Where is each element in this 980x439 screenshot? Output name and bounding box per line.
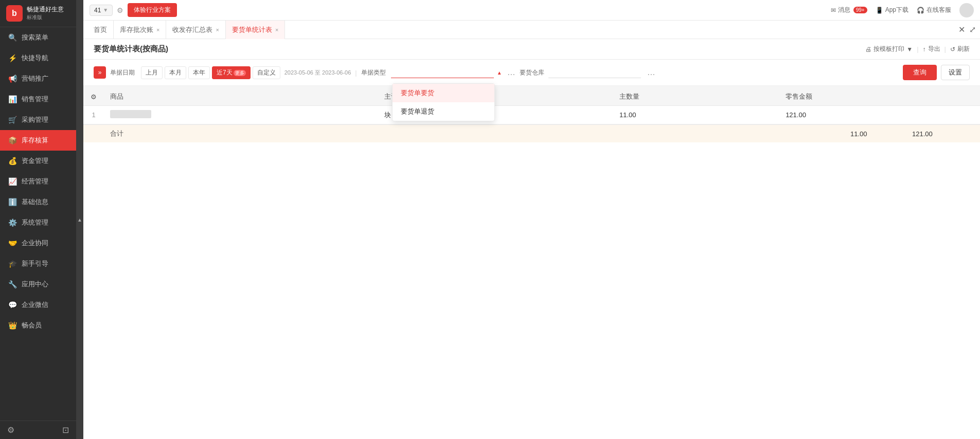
nav-label: 搜索菜单 <box>22 33 48 42</box>
query-button[interactable]: 查询 <box>903 65 937 80</box>
nav-label: 快捷导航 <box>22 53 48 63</box>
col-quantity: 主数量 <box>613 88 779 106</box>
col-settings[interactable]: ⚙ <box>83 88 104 106</box>
nav-icon: 📈 <box>7 176 17 187</box>
logo-area: b 畅捷通好生意 标准版 <box>0 0 76 27</box>
tab-库存批次账[interactable]: 库存批次账× <box>114 21 166 39</box>
print-button[interactable]: 🖨 按模板打印 ▼ <box>865 45 913 53</box>
tabs-bar: 首页库存批次账×收发存汇总表×要货单统计表× ✕ ⤢ <box>83 21 980 39</box>
headset-icon: 🎧 <box>917 7 924 14</box>
filter-expand-button[interactable]: » <box>94 66 106 79</box>
refresh-button[interactable]: ↺ 刷新 <box>950 45 970 53</box>
sidebar-item-应用中心[interactable]: 🔧应用中心 <box>0 274 76 295</box>
data-table: ⚙ 商品 主计量单位 主数量 零售金额 1 块 11.00 121.00 <box>83 88 980 124</box>
filter-actions: 查询 设置 <box>903 65 970 80</box>
message-icon: ✉ <box>831 7 836 14</box>
sidebar-footer: ⚙ ⊡ <box>0 420 76 439</box>
print-chevron-icon: ▼ <box>906 46 913 53</box>
tab-close-icon[interactable]: × <box>216 27 219 33</box>
tab-close-icon[interactable]: × <box>275 27 278 33</box>
cell-num: 1 <box>83 106 104 124</box>
close-tab-button[interactable]: ✕ <box>958 25 965 34</box>
sidebar-item-快捷导航[interactable]: ⚡快捷导航 <box>0 48 76 68</box>
date-range-display: 2023-05-06 至 2023-06-06 <box>284 69 351 77</box>
sidebar-item-营销推广[interactable]: 📢营销推广 <box>0 68 76 89</box>
warehouse-filter-input[interactable] <box>548 67 641 78</box>
tab-close-icon[interactable]: × <box>156 27 159 33</box>
date-this-year-button[interactable]: 本年 <box>188 66 210 79</box>
tab-label: 库存批次账 <box>120 25 153 34</box>
filter-bar: » 单据日期 上月 本月 本年 近7天更多 自定义 2023-05-06 至 2… <box>83 60 980 86</box>
col-amount: 零售金额 <box>779 88 980 106</box>
sidebar-item-资金管理[interactable]: 💰资金管理 <box>0 151 76 171</box>
tab-首页[interactable]: 首页 <box>87 21 114 39</box>
date-7days-button[interactable]: 近7天更多 <box>212 66 251 79</box>
tab-收发存汇总表[interactable]: 收发存汇总表× <box>166 21 225 39</box>
date-custom-button[interactable]: 自定义 <box>253 66 280 79</box>
cell-quantity: 11.00 <box>613 106 779 124</box>
tab-label: 收发存汇总表 <box>172 25 212 34</box>
page-header: 要货单统计表(按商品) 🖨 按模板打印 ▼ | ↑ 导出 | ↺ 刷新 <box>83 39 980 60</box>
date-filter-group: 上月 本月 本年 近7天更多 自定义 <box>141 66 280 79</box>
footer-total-label: 合计 <box>110 129 162 138</box>
warehouse-filter-more-icon[interactable]: … <box>647 68 655 77</box>
topbar-messages[interactable]: ✉ 消息 99+ <box>831 6 867 14</box>
tab-要货单统计表[interactable]: 要货单统计表× <box>226 21 285 39</box>
type-filter-input[interactable] <box>391 67 494 78</box>
date-prev-month-button[interactable]: 上月 <box>141 66 163 79</box>
nav-label: 系统管理 <box>22 218 48 227</box>
nav-icon: ⚙️ <box>7 217 17 228</box>
footer-amount: 121.00 <box>912 130 974 138</box>
settings-icon[interactable]: ⚙ <box>7 425 14 435</box>
expand-tabs-button[interactable]: ⤢ <box>969 25 976 34</box>
sidebar-item-企业微信[interactable]: 💬企业微信 <box>0 295 76 315</box>
main-content: 要货单统计表(按商品) 🖨 按模板打印 ▼ | ↑ 导出 | ↺ 刷新 <box>83 39 980 439</box>
nav-label: 经营管理 <box>22 177 48 186</box>
store-chevron-icon: ▼ <box>103 7 108 13</box>
topbar: 41 ▼ ⚙ 体验行业方案 ✉ 消息 99+ 📱 App下载 🎧 在线客服 <box>83 0 980 21</box>
nav-label: 资金管理 <box>22 156 48 166</box>
app-logo-text: 畅捷通好生意 标准版 <box>27 6 64 21</box>
sidebar-scroll[interactable]: ▲ <box>76 0 83 439</box>
sidebar-item-基础信息[interactable]: ℹ️基础信息 <box>0 192 76 212</box>
sidebar-item-采购管理[interactable]: 🛒采购管理 <box>0 109 76 130</box>
sidebar-item-销售管理[interactable]: 📊销售管理 <box>0 89 76 109</box>
sidebar-item-库存核算[interactable]: 📦库存核算 <box>0 130 76 151</box>
sidebar-nav: 🔍搜索菜单⚡快捷导航📢营销推广📊销售管理🛒采购管理📦库存核算💰资金管理📈经营管理… <box>0 27 76 420</box>
trial-button[interactable]: 体验行业方案 <box>128 3 177 17</box>
type-filter-dropdown: 要货单要货要货单退货 <box>392 83 495 121</box>
sidebar-item-经营管理[interactable]: 📈经营管理 <box>0 171 76 192</box>
nav-icon: 🔍 <box>7 32 17 43</box>
type-filter-label: 单据类型 <box>361 68 386 77</box>
nav-icon: ℹ️ <box>7 197 17 207</box>
nav-label: 畅会员 <box>22 321 42 330</box>
page-actions: 🖨 按模板打印 ▼ | ↑ 导出 | ↺ 刷新 <box>865 45 970 53</box>
sidebar-item-企业协同[interactable]: 🤝企业协同 <box>0 233 76 253</box>
footer-quantity: 11.00 <box>850 130 912 138</box>
export-button[interactable]: ↑ 导出 <box>923 45 940 53</box>
topbar-app-download[interactable]: 📱 App下载 <box>876 6 908 14</box>
settings-button[interactable]: 设置 <box>941 65 970 80</box>
table-header-row: ⚙ 商品 主计量单位 主数量 零售金额 <box>83 88 980 106</box>
export-icon: ↑ <box>923 46 926 53</box>
sidebar-item-搜索菜单[interactable]: 🔍搜索菜单 <box>0 27 76 48</box>
topbar-customer-service[interactable]: 🎧 在线客服 <box>917 6 951 14</box>
collapse-icon[interactable]: ⊡ <box>62 425 69 435</box>
store-selector[interactable]: 41 ▼ <box>90 5 113 16</box>
nav-label: 新手引导 <box>22 259 48 268</box>
sidebar-item-畅会员[interactable]: 👑畅会员 <box>0 315 76 336</box>
type-filter-arrow-icon[interactable]: ▲ <box>497 70 502 76</box>
nav-label: 采购管理 <box>22 115 48 124</box>
dropdown-item-要货单退货[interactable]: 要货单退货 <box>393 102 494 121</box>
sidebar-item-系统管理[interactable]: ⚙️系统管理 <box>0 212 76 233</box>
mobile-icon: 📱 <box>876 7 883 14</box>
sidebar-item-新手引导[interactable]: 🎓新手引导 <box>0 253 76 274</box>
nav-icon: 📢 <box>7 74 17 84</box>
nav-label: 企业协同 <box>22 239 48 248</box>
date-this-month-button[interactable]: 本月 <box>165 66 186 79</box>
type-filter-more-icon[interactable]: … <box>507 68 515 77</box>
topbar-gear-icon[interactable]: ⚙ <box>117 6 123 14</box>
user-avatar[interactable] <box>959 3 974 17</box>
tab-label: 要货单统计表 <box>232 25 272 34</box>
dropdown-item-要货单要货[interactable]: 要货单要货 <box>393 84 494 102</box>
